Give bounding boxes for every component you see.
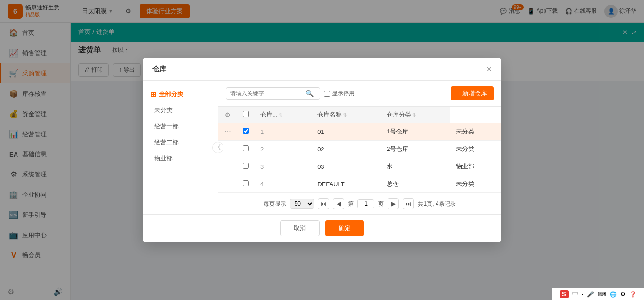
row-name-1: 1号仓库 bbox=[381, 123, 450, 141]
grid-icon: ⊞ bbox=[150, 91, 156, 98]
warehouse-modal: 仓库 × ⊞ 全部分类 未分类 经营一部 经营二部 物业部 《 🔍 bbox=[143, 58, 501, 242]
dot-icon: · bbox=[582, 291, 583, 298]
s-icon: S bbox=[560, 290, 569, 298]
search-input[interactable] bbox=[230, 90, 305, 97]
row-category-1: 未分类 bbox=[450, 123, 501, 141]
search-icon[interactable]: 🔍 bbox=[305, 90, 314, 97]
modal-footer: 取消 确定 bbox=[143, 214, 501, 242]
table-row[interactable]: 2 02 2号仓库 未分类 bbox=[218, 141, 501, 158]
keyboard-icon[interactable]: ⌨ bbox=[598, 291, 606, 298]
add-warehouse-button[interactable]: + 新增仓库 bbox=[451, 86, 494, 100]
row-more[interactable]: ··· bbox=[218, 123, 237, 141]
category-item-property[interactable]: 物业部 bbox=[143, 150, 218, 167]
help-icon[interactable]: ❓ bbox=[629, 291, 636, 298]
last-page-button[interactable]: ⏭ bbox=[403, 198, 414, 209]
row-num-4: 4 bbox=[255, 175, 312, 193]
warehouse-table-wrapper: ⚙ 仓库...⇅ 仓库名称⇅ 仓库分类⇅ ··· 1 01 bbox=[218, 107, 501, 193]
settings-bar-icon[interactable]: ⚙ bbox=[620, 291, 626, 298]
row-num-2: 2 bbox=[255, 141, 312, 158]
col-settings: ⚙ bbox=[218, 107, 237, 123]
warehouse-table: ⚙ 仓库...⇅ 仓库名称⇅ 仓库分类⇅ ··· 1 01 bbox=[218, 107, 501, 193]
col-warehouse-code: 仓库...⇅ bbox=[255, 107, 312, 123]
row-more-3[interactable] bbox=[218, 158, 237, 175]
modal-header: 仓库 × bbox=[143, 58, 501, 81]
category-header[interactable]: ⊞ 全部分类 bbox=[143, 86, 218, 102]
show-disabled-label[interactable]: 显示停用 bbox=[324, 90, 355, 98]
sort-icon-3: ⇅ bbox=[412, 112, 416, 117]
category-all-label: 全部分类 bbox=[159, 90, 183, 99]
warehouse-table-body: ··· 1 01 1号仓库 未分类 2 02 2号仓库 bbox=[218, 123, 501, 193]
total-info: 共1页, 4条记录 bbox=[418, 200, 455, 208]
table-header: ⚙ 仓库...⇅ 仓库名称⇅ 仓库分类⇅ bbox=[218, 107, 501, 123]
select-all-checkbox[interactable] bbox=[243, 111, 249, 117]
category-item-ops1[interactable]: 经营一部 bbox=[143, 118, 218, 134]
table-row[interactable]: 4 DEFAULT 总仓 未分类 bbox=[218, 175, 501, 193]
row-checkbox-3[interactable] bbox=[237, 158, 255, 175]
row-category-2: 未分类 bbox=[450, 141, 501, 158]
row-code-4: DEFAULT bbox=[312, 175, 381, 193]
row-checkbox-2[interactable] bbox=[237, 141, 255, 158]
row-code-2: 02 bbox=[312, 141, 381, 158]
search-box: 🔍 bbox=[226, 87, 320, 100]
table-row[interactable]: 3 03 水 物业部 bbox=[218, 158, 501, 175]
category-item-unclassified[interactable]: 未分类 bbox=[143, 102, 218, 118]
sort-icon: ⇅ bbox=[279, 112, 282, 117]
row-more-4[interactable] bbox=[218, 175, 237, 193]
col-category: 仓库分类⇅ bbox=[381, 107, 450, 123]
sort-icon-2: ⇅ bbox=[343, 112, 347, 117]
table-area: 🔍 显示停用 + 新增仓库 ⚙ 仓库...⇅ 仓库名称⇅ bbox=[218, 81, 501, 214]
modal-body: ⊞ 全部分类 未分类 经营一部 经营二部 物业部 《 🔍 显示停用 + 新增仓库 bbox=[143, 81, 501, 214]
show-disabled-checkbox[interactable] bbox=[324, 91, 330, 97]
cancel-button[interactable]: 取消 bbox=[280, 220, 320, 236]
row-num-1: 1 bbox=[255, 123, 312, 141]
row-name-2: 2号仓库 bbox=[381, 141, 450, 158]
page-number-input[interactable] bbox=[357, 199, 374, 208]
row-checkbox-4[interactable] bbox=[237, 175, 255, 193]
per-page-select[interactable]: 50 10 20 100 bbox=[290, 199, 314, 209]
category-sidebar: ⊞ 全部分类 未分类 经营一部 经营二部 物业部 《 bbox=[143, 81, 218, 214]
col-warehouse-name: 仓库名称⇅ bbox=[312, 107, 381, 123]
row-code-1: 01 bbox=[312, 123, 381, 141]
confirm-button[interactable]: 确定 bbox=[325, 220, 364, 236]
table-toolbar: 🔍 显示停用 + 新增仓库 bbox=[218, 81, 501, 107]
row-category-4: 未分类 bbox=[450, 175, 501, 193]
collapse-category-button[interactable]: 《 bbox=[212, 142, 223, 153]
row-category-3: 物业部 bbox=[450, 158, 501, 175]
page-suffix: 页 bbox=[378, 200, 384, 208]
status-bar: S 中 · 🎤 ⌨ 🌐 ⚙ ❓ bbox=[552, 288, 644, 300]
row-code-3: 03 bbox=[312, 158, 381, 175]
table-row[interactable]: ··· 1 01 1号仓库 未分类 bbox=[218, 123, 501, 141]
row-name-4: 总仓 bbox=[381, 175, 450, 193]
category-item-ops2[interactable]: 经营二部 bbox=[143, 134, 218, 150]
modal-title: 仓库 bbox=[152, 65, 166, 74]
col-checkbox bbox=[237, 107, 255, 123]
show-disabled-text: 显示停用 bbox=[332, 90, 355, 98]
chinese-icon: 中 bbox=[572, 290, 578, 298]
row-name-3: 水 bbox=[381, 158, 450, 175]
prev-page-button[interactable]: ◀ bbox=[333, 198, 344, 209]
row-num-3: 3 bbox=[255, 158, 312, 175]
page-label: 第 bbox=[348, 200, 354, 208]
first-page-button[interactable]: ⏮ bbox=[318, 198, 329, 209]
row-checkbox-1[interactable] bbox=[237, 123, 255, 141]
mic-icon[interactable]: 🎤 bbox=[587, 291, 594, 298]
per-page-label: 每页显示 bbox=[264, 200, 286, 208]
pagination: 每页显示 50 10 20 100 ⏮ ◀ 第 页 ▶ ⏭ 共1页, 4条记录 bbox=[218, 193, 501, 214]
modal-close-button[interactable]: × bbox=[487, 65, 492, 74]
next-page-button[interactable]: ▶ bbox=[388, 198, 399, 209]
translate-icon[interactable]: 🌐 bbox=[610, 291, 617, 298]
